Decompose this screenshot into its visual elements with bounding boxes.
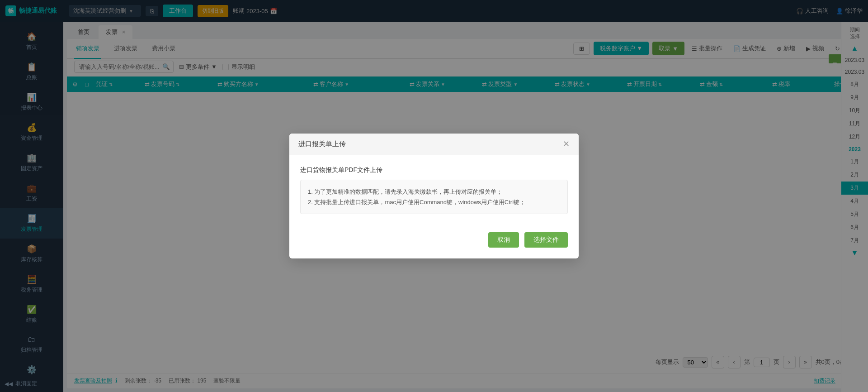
dialog-section-title: 进口货物报关单PDF文件上传 — [300, 166, 568, 174]
cancel-button[interactable]: 取消 — [488, 232, 519, 248]
dialog-footer: 取消 选择文件 — [289, 232, 579, 258]
dialog-info-box: 1. 为了更加精准的数据匹配，请先录入海关缴款书，再上传对应的报关单； 2. 支… — [300, 180, 568, 215]
dialog-instruction-2: 2. 支持批量上传进口报关单，mac用户使用Command键，windows用户… — [308, 197, 560, 207]
import-customs-dialog: 进口报关单上传 ✕ 进口货物报关单PDF文件上传 1. 为了更加精准的数据匹配，… — [289, 134, 579, 259]
dialog-close-button[interactable]: ✕ — [563, 140, 570, 148]
dialog-overlay[interactable]: 进口报关单上传 ✕ 进口货物报关单PDF文件上传 1. 为了更加精准的数据匹配，… — [0, 0, 868, 392]
dialog-body: 进口货物报关单PDF文件上传 1. 为了更加精准的数据匹配，请先录入海关缴款书，… — [289, 155, 579, 233]
dialog-title: 进口报关单上传 — [298, 140, 346, 148]
dialog-header: 进口报关单上传 ✕ — [289, 134, 579, 155]
select-file-button[interactable]: 选择文件 — [524, 232, 568, 248]
dialog-instruction-1: 1. 为了更加精准的数据匹配，请先录入海关缴款书，再上传对应的报关单； — [308, 186, 560, 197]
